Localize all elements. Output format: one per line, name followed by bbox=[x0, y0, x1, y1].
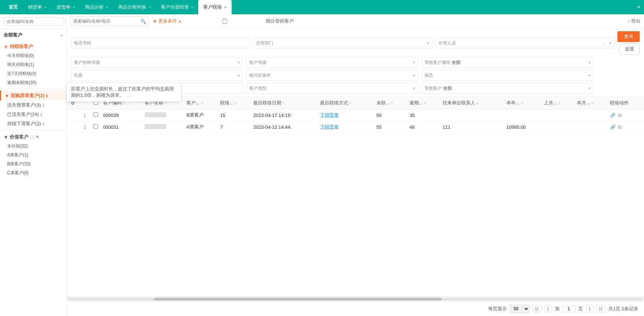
row-check-1[interactable] bbox=[90, 121, 101, 133]
more-conditions-label: 更多条件 bbox=[158, 18, 177, 24]
last-page-btn[interactable]: ⟩⟩ bbox=[596, 305, 606, 312]
row-lastmethod-0[interactable]: 下销货单 bbox=[318, 109, 374, 121]
adv-cust-type[interactable]: 客户类型 ▼ bbox=[246, 83, 418, 94]
sidebar-group-value[interactable]: ▼ 价值客户 ○ ✎ bbox=[0, 132, 66, 142]
sidebar-all-customers[interactable]: 全部客户 « bbox=[0, 29, 66, 41]
adv-status[interactable]: 状态 ▼ bbox=[421, 70, 594, 81]
sidebar-item-today[interactable]: 今天待联络(0) bbox=[0, 51, 66, 60]
tab-product-list[interactable]: 商品分析列表 × bbox=[113, 0, 156, 14]
first-page-btn[interactable]: ⟨⟨ bbox=[532, 305, 542, 312]
next-page-btn[interactable]: ⟩ bbox=[586, 305, 593, 312]
row-gear-1[interactable] bbox=[66, 121, 79, 133]
adv-price-level[interactable]: 客户价格等级 ▼ bbox=[71, 57, 243, 68]
action-link-icon-0[interactable]: 🔗 bbox=[610, 113, 616, 118]
main-search-input[interactable] bbox=[70, 16, 149, 26]
tab-customer-tier[interactable]: 客户分层经营 × bbox=[156, 0, 198, 14]
horizontal-scrollbar[interactable] bbox=[66, 296, 644, 301]
col-overdue-sort[interactable]: ⇅ bbox=[423, 101, 426, 105]
per-page-select[interactable]: 50 100 200 bbox=[510, 305, 529, 313]
sidebar-item-lostwarning[interactable]: 流失预警客户(3) ℹ bbox=[0, 100, 66, 110]
adv-cust-level[interactable]: 客户等级 ▼ bbox=[246, 57, 418, 68]
sidebar-collapse-btn[interactable]: « bbox=[60, 33, 62, 37]
col-lastmonth[interactable]: 上月...⇅ bbox=[542, 97, 575, 109]
col-lastmethod-sort[interactable]: ⇅ bbox=[349, 101, 352, 105]
tab-product-analysis[interactable]: 商品分析 × bbox=[80, 0, 113, 14]
adv-sparse-attr[interactable]: 零散客户属性 全部 ▼ bbox=[421, 57, 594, 68]
my-customers-check[interactable]: 我分管的客户 bbox=[185, 18, 294, 24]
col-thisyear[interactable]: 本年...⇅ bbox=[504, 97, 542, 109]
sidebar-group-pending[interactable]: ▼ 待联络客户 bbox=[0, 41, 66, 51]
col-unitcontact[interactable]: 往来单位联系人⇅ bbox=[440, 97, 504, 109]
row-checkbox-0[interactable] bbox=[93, 112, 98, 117]
adv-dept[interactable]: 分管部门 ▼ bbox=[253, 38, 432, 48]
action-qr-icon-0[interactable]: ⊞ bbox=[618, 113, 622, 118]
tab-product-analysis-close[interactable]: × bbox=[106, 5, 108, 9]
my-customers-checkbox[interactable] bbox=[185, 19, 264, 24]
col-type[interactable]: 客户...⇅ bbox=[184, 97, 218, 109]
prev-page-btn[interactable]: ⟨ bbox=[545, 305, 552, 312]
adv-phone[interactable]: 电话号码 bbox=[71, 38, 250, 48]
row-check-0[interactable] bbox=[90, 109, 101, 121]
action-link-icon-1[interactable]: 🔗 bbox=[610, 124, 616, 130]
sidebar-item-class-b[interactable]: B类客户(33) bbox=[0, 160, 66, 169]
action-qr-icon-1[interactable]: ⊞ bbox=[618, 124, 622, 130]
adv-manager-arrow: ▼ bbox=[608, 41, 612, 45]
col-thismonth[interactable]: 本月...⇅ bbox=[575, 97, 608, 109]
page-input[interactable] bbox=[562, 305, 575, 312]
sidebar-item-class-c[interactable]: C类客户(6) bbox=[0, 169, 66, 178]
window-close-button[interactable]: × bbox=[637, 4, 640, 10]
col-notcontact[interactable]: 未联...⇅ bbox=[374, 97, 407, 109]
tab-customer-contact[interactable]: 客户联络 × bbox=[198, 0, 231, 14]
tab-customer-tier-label: 客户分层经营 bbox=[161, 4, 189, 10]
more-conditions-btn[interactable]: ▼ 更多条件 ∧ bbox=[153, 18, 182, 24]
sidebar-item-tomorrow[interactable]: 明天待联络(1) bbox=[0, 60, 66, 69]
sidebar-item-overdue[interactable]: 逾期未联络(30) bbox=[0, 78, 66, 87]
table-body: 1 000039 B类客户 15 2023-04-17 14:19: 下销货单 … bbox=[66, 109, 644, 133]
tab-purchase[interactable]: 进货单 × bbox=[51, 0, 80, 14]
query-button[interactable]: 查询 bbox=[617, 31, 640, 42]
col-contact[interactable]: 联络...⇅ bbox=[218, 97, 251, 109]
sidebar-search-input[interactable] bbox=[4, 17, 64, 26]
sidebar-group-rebuy-abnormal[interactable]: ▼ 回购异常客户(2) ℹ bbox=[0, 90, 66, 100]
tab-customer-tier-close[interactable]: × bbox=[191, 5, 193, 9]
row-lastmethod-link-0[interactable]: 下销货单 bbox=[320, 112, 339, 118]
tab-customer-contact-close[interactable]: × bbox=[224, 5, 226, 9]
col-unitcontact-sort[interactable]: ⇅ bbox=[476, 101, 479, 105]
tab-sales-close[interactable]: × bbox=[44, 5, 46, 9]
tab-purchase-close[interactable]: × bbox=[73, 5, 75, 9]
sidebar-group-rebuy-label: 回购异常客户(2) bbox=[11, 93, 45, 99]
export-btn[interactable]: ↑ 导出 bbox=[628, 18, 641, 24]
row-lastmethod-link-1[interactable]: 下销货单 bbox=[320, 124, 339, 129]
adv-sparse-cust[interactable]: 零散客户 全部 ▼ bbox=[421, 83, 594, 94]
sidebar-item-declining[interactable]: 持续下滑客户(2) ℹ bbox=[0, 119, 66, 128]
row-checkbox-1[interactable] bbox=[93, 124, 98, 129]
col-overdue[interactable]: 逾期...⇅ bbox=[407, 97, 440, 109]
scrollbar-thumb[interactable] bbox=[154, 298, 441, 301]
col-thismonth-sort[interactable]: ⇅ bbox=[591, 101, 594, 105]
adv-payment[interactable]: 收付款条件 ▼ bbox=[246, 70, 418, 81]
row-gear-0[interactable] bbox=[66, 109, 79, 121]
sidebar-item-class-a[interactable]: A类客户(1) bbox=[0, 151, 66, 160]
tab-sales[interactable]: 销货单 × bbox=[23, 0, 51, 14]
col-lastmonth-sort[interactable]: ⇅ bbox=[558, 101, 561, 105]
col-lastdate-sort[interactable]: ⇅ bbox=[282, 101, 285, 105]
sidebar-item-7days[interactable]: 近7天待联络(0) bbox=[0, 69, 66, 78]
adv-nature[interactable]: 性质 ▼ bbox=[71, 70, 243, 81]
setting-button[interactable]: 设置 bbox=[620, 43, 640, 55]
col-type-sort[interactable]: ⇅ bbox=[200, 101, 203, 105]
row-lastmonth-0 bbox=[542, 109, 575, 121]
main-search-icon[interactable]: 🔍 bbox=[140, 19, 146, 24]
tab-home[interactable]: 首页 bbox=[4, 0, 23, 14]
col-notcontact-sort[interactable]: ⇅ bbox=[390, 101, 393, 105]
sidebar-item-lost[interactable]: 已流失客户(24) ℹ bbox=[0, 110, 66, 119]
col-lastdate[interactable]: 最后联络日期⇅ bbox=[251, 97, 318, 109]
col-lastmethod[interactable]: 最后联络方式⇅ bbox=[318, 97, 374, 109]
col-thisyear-sort[interactable]: ⇅ bbox=[520, 101, 523, 105]
tab-product-list-close[interactable]: × bbox=[148, 5, 150, 9]
sidebar-item-lost-info: ℹ bbox=[41, 112, 42, 117]
col-contact-sort[interactable]: ⇅ bbox=[234, 101, 237, 105]
adv-manager[interactable]: 分管人员 ··· ▼ bbox=[435, 38, 615, 48]
sidebar-item-ungroup[interactable]: 未分组(32) bbox=[0, 142, 66, 151]
row-lastmethod-1[interactable]: 下销货单 bbox=[318, 121, 374, 133]
sidebar-group-value-edit[interactable]: ✎ bbox=[36, 135, 39, 140]
